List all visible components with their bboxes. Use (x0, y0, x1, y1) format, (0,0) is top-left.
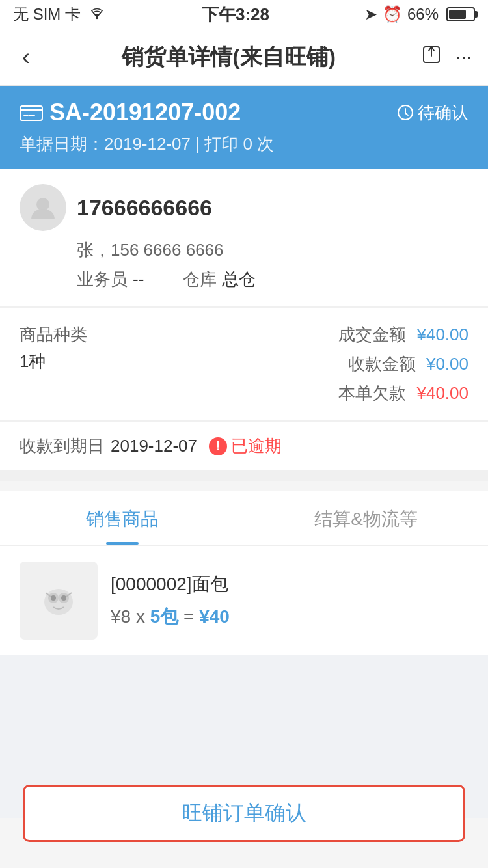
nav-bar: ‹ 销货单详情(来自旺铺) ··· (0, 29, 488, 86)
amount-row: 成交金额 ¥40.00 (338, 323, 468, 346)
owed-row: 本单欠款 ¥40.00 (338, 382, 468, 405)
svg-point-0 (96, 17, 98, 20)
location-icon: ➤ (364, 5, 377, 23)
status-bar-right: ➤ ⏰ 66% (364, 5, 475, 23)
due-date-section: 收款到期日 2019-12-07 ! 已逾期 (0, 422, 488, 470)
page-title: 销货单详情(来自旺铺) (122, 42, 336, 72)
order-status: 待确认 (397, 102, 468, 124)
tab-sales[interactable]: 销售商品 (0, 491, 244, 545)
warehouse-item: 仓库 总仓 (183, 268, 256, 291)
back-button[interactable]: ‹ (16, 37, 36, 77)
product-price: ¥8 x 5包 = ¥40 (111, 604, 468, 629)
thick-divider (0, 470, 488, 481)
status-bar: 无 SIM 卡 下午3:28 ➤ ⏰ 66% (0, 0, 488, 29)
alarm-icon: ⏰ (383, 5, 402, 23)
product-thumbnail (20, 562, 98, 640)
battery-percent: 66% (407, 5, 439, 23)
salesperson-item: 业务员 -- (77, 268, 144, 291)
product-item: [0000002]面包 ¥8 x 5包 = ¥40 (0, 546, 488, 655)
product-type-label: 商品种类 (20, 323, 87, 346)
order-id: SA-20191207-002 (20, 99, 241, 126)
status-bar-time: 下午3:28 (202, 3, 269, 26)
svg-point-9 (61, 595, 66, 601)
customer-meta: 业务员 -- 仓库 总仓 (20, 268, 468, 291)
svg-rect-2 (20, 106, 42, 120)
customer-name: 张，156 6666 6666 (20, 239, 468, 262)
product-info: [0000002]面包 ¥8 x 5包 = ¥40 (111, 572, 468, 629)
svg-point-8 (51, 595, 56, 601)
summary-section: 商品种类 1种 成交金额 ¥40.00 收款金额 ¥0.00 本单欠款 ¥40.… (0, 308, 488, 420)
customer-phone: 17666666666 (77, 195, 212, 221)
wifi-icon (87, 5, 107, 23)
product-type-value: 1种 (20, 350, 87, 373)
more-icon[interactable]: ··· (455, 45, 472, 69)
tabs-section: 销售商品 结算&物流等 (0, 491, 488, 546)
svg-point-5 (44, 589, 73, 615)
customer-avatar (20, 184, 66, 231)
tab-settlement[interactable]: 结算&物流等 (244, 491, 488, 545)
status-bar-left: 无 SIM 卡 (13, 4, 107, 25)
received-row: 收款金额 ¥0.00 (348, 353, 468, 375)
order-banner: SA-20191207-002 待确认 单据日期：2019-12-07 | 打印… (0, 86, 488, 169)
summary-left: 商品种类 1种 (20, 323, 87, 373)
order-date: 单据日期：2019-12-07 | 打印 0 次 (20, 133, 468, 156)
share-icon[interactable] (421, 44, 442, 70)
carrier-label: 无 SIM 卡 (13, 4, 81, 25)
overdue-icon: ! (209, 437, 227, 455)
overdue-badge: ! 已逾期 (209, 435, 282, 457)
battery-icon (446, 7, 475, 21)
nav-right-actions: ··· (421, 44, 472, 70)
product-section: [0000002]面包 ¥8 x 5包 = ¥40 (0, 546, 488, 655)
product-name: [0000002]面包 (111, 572, 468, 597)
customer-section: 17666666666 张，156 6666 6666 业务员 -- 仓库 总仓 (0, 169, 488, 306)
confirm-btn-wrapper: 旺铺订单确认 (23, 785, 465, 842)
confirm-order-button[interactable]: 旺铺订单确认 (23, 785, 465, 842)
summary-right: 成交金额 ¥40.00 收款金额 ¥0.00 本单欠款 ¥40.00 (338, 323, 468, 405)
